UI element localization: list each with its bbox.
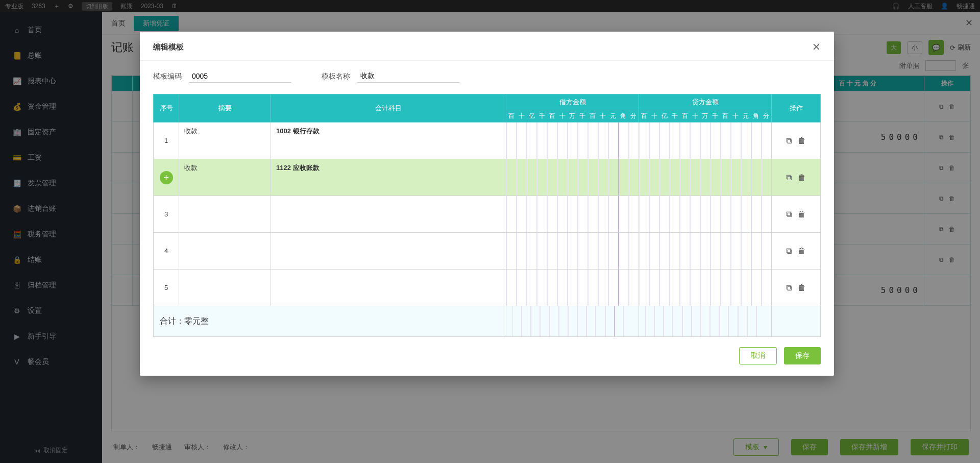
trash-icon[interactable]: 🗑 <box>798 136 806 145</box>
summary-cell[interactable] <box>179 233 271 270</box>
copy-icon[interactable]: ⧉ <box>786 247 792 256</box>
debit-cell[interactable] <box>506 196 639 233</box>
total-ops-cell <box>772 306 821 337</box>
subject-cell[interactable] <box>271 233 506 270</box>
subject-cell[interactable]: 1002 银行存款 <box>271 123 506 159</box>
total-label: 合计：零元整 <box>154 306 506 337</box>
modal-cancel-button[interactable]: 取消 <box>739 347 777 364</box>
summary-cell[interactable]: 收款 <box>179 159 271 196</box>
trash-icon[interactable]: 🗑 <box>798 247 806 256</box>
template-name-input[interactable] <box>357 70 459 83</box>
ops-cell: ⧉🗑 <box>772 233 821 270</box>
total-debit-cell <box>506 306 639 337</box>
subject-cell[interactable] <box>271 196 506 233</box>
credit-cell[interactable] <box>639 196 772 233</box>
credit-cell[interactable] <box>639 123 772 159</box>
th-ops: 操作 <box>772 94 821 123</box>
subject-cell[interactable] <box>271 270 506 306</box>
summary-cell[interactable] <box>179 196 271 233</box>
debit-cell[interactable] <box>506 233 639 270</box>
modal-title: 编辑模板 <box>153 42 184 52</box>
modal-footer: 取消 保存 <box>140 340 834 376</box>
th-credit: 贷方金额 <box>639 94 772 110</box>
th-subject: 会计科目 <box>271 94 506 123</box>
th-summary: 摘要 <box>179 94 271 123</box>
debit-cell[interactable] <box>506 270 639 306</box>
th-debit: 借方金额 <box>506 94 639 110</box>
seq-cell: 5 <box>154 270 179 306</box>
table-row[interactable]: +收款1122 应收账款⧉🗑 <box>154 159 821 196</box>
modal-header: 编辑模板 ✕ <box>140 32 834 61</box>
template-name-label: 模板名称 <box>322 72 350 81</box>
ops-cell: ⧉🗑 <box>772 196 821 233</box>
th-seq: 序号 <box>154 94 179 123</box>
ops-cell: ⧉🗑 <box>772 159 821 196</box>
credit-cell[interactable] <box>639 270 772 306</box>
modal-save-button[interactable]: 保存 <box>784 347 821 364</box>
trash-icon[interactable]: 🗑 <box>798 210 806 219</box>
summary-cell[interactable]: 收款 <box>179 123 271 159</box>
total-credit-cell <box>639 306 772 337</box>
subject-cell[interactable]: 1122 应收账款 <box>271 159 506 196</box>
seq-cell: 3 <box>154 196 179 233</box>
th-debit-digits: 百十亿千百十万千百十元角分 <box>506 110 639 123</box>
summary-cell[interactable] <box>179 270 271 306</box>
seq-cell: 4 <box>154 233 179 270</box>
template-table: 序号 摘要 会计科目 借方金额 贷方金额 操作 百十亿千百十万千百十元角分 百十… <box>153 94 821 337</box>
modal-form-row: 模板编码 模板名称 <box>153 70 821 83</box>
th-credit-digits: 百十亿千百十万千百十元角分 <box>639 110 772 123</box>
trash-icon[interactable]: 🗑 <box>798 283 806 293</box>
template-name-field: 模板名称 <box>322 70 459 83</box>
copy-icon[interactable]: ⧉ <box>786 136 792 145</box>
modal-close-icon[interactable]: ✕ <box>812 41 821 53</box>
edit-template-modal: 编辑模板 ✕ 模板编码 模板名称 序号 摘要 会计科目 借方金额 贷方金额 <box>140 32 834 376</box>
modal-body: 模板编码 模板名称 序号 摘要 会计科目 借方金额 贷方金额 操作 <box>140 61 834 340</box>
copy-icon[interactable]: ⧉ <box>786 283 792 293</box>
debit-cell[interactable] <box>506 159 639 196</box>
seq-cell: 1 <box>154 123 179 159</box>
copy-icon[interactable]: ⧉ <box>786 210 792 219</box>
template-code-label: 模板编码 <box>153 72 182 81</box>
template-code-field: 模板编码 <box>153 70 291 83</box>
table-row[interactable]: 4⧉🗑 <box>154 233 821 270</box>
add-row-icon[interactable]: + <box>160 171 173 184</box>
ops-cell: ⧉🗑 <box>772 270 821 306</box>
debit-cell[interactable] <box>506 123 639 159</box>
copy-icon[interactable]: ⧉ <box>786 173 792 182</box>
seq-cell: + <box>154 159 179 196</box>
template-code-input[interactable] <box>189 70 291 83</box>
trash-icon[interactable]: 🗑 <box>798 173 806 182</box>
table-row[interactable]: 1收款1002 银行存款⧉🗑 <box>154 123 821 159</box>
credit-cell[interactable] <box>639 233 772 270</box>
table-row[interactable]: 3⧉🗑 <box>154 196 821 233</box>
table-row[interactable]: 5⧉🗑 <box>154 270 821 306</box>
credit-cell[interactable] <box>639 159 772 196</box>
total-row: 合计：零元整 <box>154 306 821 337</box>
ops-cell: ⧉🗑 <box>772 123 821 159</box>
